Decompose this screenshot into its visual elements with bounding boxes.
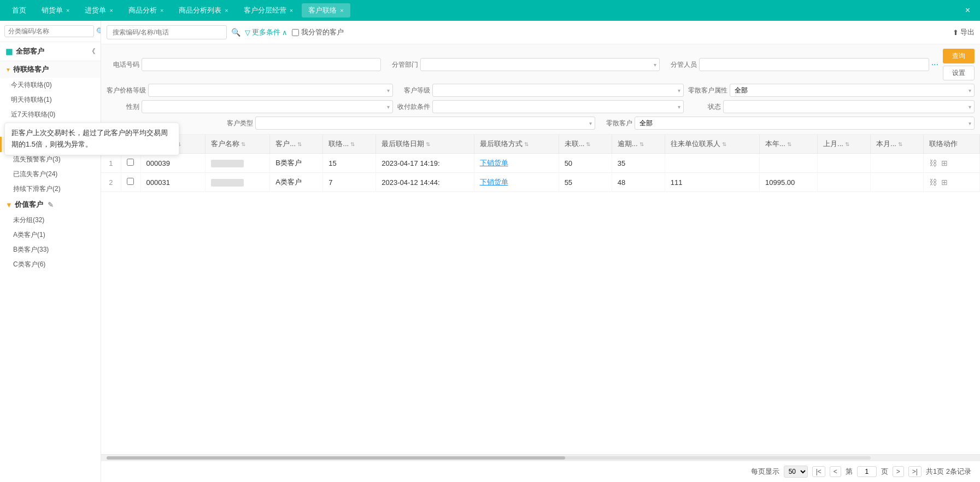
filter-dept-select[interactable]: [420, 58, 660, 71]
sidebar-item-declining[interactable]: 持续下滑客户(2): [0, 182, 101, 196]
filter-field-gender: 性别 ▾: [107, 100, 393, 113]
nav-customer-segmentation[interactable]: 客户分层经营 ×: [237, 3, 300, 18]
row-select-checkbox-1[interactable]: [127, 159, 134, 166]
filter-gender-select[interactable]: [142, 100, 393, 113]
row-action-2: ⛓ ⊞: [924, 173, 980, 192]
row-select-checkbox-2[interactable]: [127, 178, 134, 185]
horizontal-scrollbar[interactable]: [101, 454, 980, 461]
sidebar-item-today[interactable]: 今天待联络(0): [0, 78, 101, 92]
adv-filter-row-3: 性别 ▾ 收付款条件 ▾ 状态: [107, 100, 975, 113]
nav-product-analysis-list[interactable]: 商品分析列表 ×: [172, 3, 234, 18]
query-btn[interactable]: 查询: [943, 49, 975, 63]
th-contact[interactable]: 联络... ⇅: [323, 135, 376, 154]
sidebar-item-class-c[interactable]: C类客户(6): [0, 257, 101, 272]
th-this-year[interactable]: 本年... ⇅: [760, 135, 818, 154]
filter-field-retail-attr: 零散客户属性 全部 ▾: [688, 84, 975, 97]
nav-close-product-analysis-list[interactable]: ×: [225, 7, 228, 14]
filter-retail-attr-select[interactable]: 全部: [730, 84, 975, 97]
sidebar-item-tomorrow[interactable]: 明天待联络(1): [0, 92, 101, 107]
row-last-contact-method-1: 下销货单: [474, 154, 559, 173]
more-conditions-btn[interactable]: ▽ 更多条件 ∧: [245, 27, 287, 37]
next-page-btn[interactable]: >: [893, 466, 904, 477]
main-search-icon[interactable]: 🔍: [231, 28, 240, 37]
action-icon-link-1[interactable]: ⛓: [929, 159, 937, 167]
my-customers-checkbox[interactable]: [292, 29, 299, 36]
scrollbar-thumb[interactable]: [107, 456, 565, 460]
filter-person-input[interactable]: [699, 58, 929, 71]
last-page-btn[interactable]: >|: [908, 466, 922, 477]
page-number-input[interactable]: [857, 466, 877, 477]
sidebar-search-area: 🔍: [0, 21, 101, 42]
th-last-month[interactable]: 上月... ⇅: [818, 135, 871, 154]
sidebar-item-7days[interactable]: 近7天待联络(0): [0, 107, 101, 122]
filter-status-select-wrap: ▾: [723, 100, 975, 113]
tooltip: 距客户上次交易时长，超过了此客户的平均交易周期的1.5倍，则视为异常。: [101, 123, 179, 155]
action-icon-grid-1[interactable]: ⊞: [941, 159, 948, 167]
filter-field-person: 分管人员 ···: [664, 58, 938, 71]
sidebar-collapse-btn[interactable]: 《: [89, 47, 95, 56]
filter-customer-type-select[interactable]: [255, 117, 595, 130]
first-page-btn[interactable]: |<: [812, 466, 825, 477]
sidebar-search-icon[interactable]: 🔍: [96, 27, 101, 36]
nav-close-all[interactable]: ×: [961, 3, 975, 18]
row-checkbox-1: [121, 154, 140, 173]
sidebar-item-lost-customers[interactable]: 已流失客户(24): [0, 167, 101, 182]
th-customer-name[interactable]: 客户名称 ⇅: [205, 135, 269, 154]
th-last-contact-method[interactable]: 最后联络方式 ⇅: [474, 135, 559, 154]
sidebar-item-class-a[interactable]: A类客户(1): [0, 228, 101, 242]
action-icon-link-2[interactable]: ⛓: [929, 178, 937, 187]
th-no-contact[interactable]: 未联... ⇅: [559, 135, 612, 154]
my-customers-checkbox-label[interactable]: 我分管的客户: [292, 27, 344, 37]
nav-sales-order[interactable]: 销货单 ×: [35, 3, 76, 18]
nav-purchase-order[interactable]: 进货单 ×: [78, 3, 119, 18]
nav-customer-contact[interactable]: 客户联络 ×: [302, 3, 350, 18]
customers-table: ⚙ 客户编码 ⇅ 客户名称: [101, 135, 980, 192]
sidebar-item-class-b[interactable]: B类客户(33): [0, 242, 101, 257]
page-suffix: 页: [881, 467, 888, 477]
filter-field-customer-level: 客户等级 ▾: [397, 84, 684, 97]
filter-phone-input[interactable]: [142, 58, 381, 71]
table-row: 1 000039 B类客户 15 2023-04-17 14:19: 下销货单 …: [101, 154, 980, 173]
prev-page-btn[interactable]: <: [830, 466, 841, 477]
contact-method-link-1[interactable]: 下销货单: [480, 159, 508, 167]
action-icon-grid-2[interactable]: ⊞: [941, 178, 948, 187]
filter-status-select[interactable]: [723, 100, 975, 113]
content-area: 🔍 ▽ 更多条件 ∧ 我分管的客户 ⬆ 导出 电话号码: [101, 21, 980, 482]
contact-method-link-2[interactable]: 下销货单: [480, 178, 508, 186]
action-icons-1: ⛓ ⊞: [929, 159, 974, 167]
nav-product-analysis[interactable]: 商品分析 ×: [122, 3, 170, 18]
filter-payment-select[interactable]: [432, 100, 684, 113]
edit-icon[interactable]: ✎: [48, 201, 54, 209]
settings-btn[interactable]: 设置: [943, 66, 975, 80]
sidebar-item-ungroup[interactable]: 未分组(32): [0, 213, 101, 228]
sort-icon-name: ⇅: [241, 141, 245, 147]
sort-icon-overdue: ⇅: [639, 141, 644, 147]
nav-close-purchase-order[interactable]: ×: [109, 7, 113, 14]
sidebar-pending-group-title[interactable]: ▼ 待联络客户: [0, 61, 101, 78]
th-category[interactable]: 客户... ⇅: [270, 135, 323, 154]
th-overdue[interactable]: 逾期... ⇅: [612, 135, 665, 154]
th-last-contact-date[interactable]: 最后联络日期 ⇅: [376, 135, 474, 154]
scrollbar-track[interactable]: [107, 456, 871, 460]
per-page-select[interactable]: 50: [784, 466, 808, 478]
main-search-input[interactable]: [107, 25, 227, 39]
th-this-month[interactable]: 本月... ⇅: [871, 135, 924, 154]
more-dots-person[interactable]: ···: [931, 60, 938, 69]
sidebar-search-input[interactable]: [4, 25, 94, 37]
table-container: ⚙ 客户编码 ⇅ 客户名称: [101, 135, 980, 454]
filter-price-level-select[interactable]: [148, 84, 393, 97]
nav-close-product-analysis[interactable]: ×: [160, 7, 163, 14]
sidebar-value-group-title[interactable]: ▼ 价值客户 ✎: [0, 196, 101, 213]
th-contacts[interactable]: 往来单位联系人 ⇅: [665, 135, 759, 154]
filter-retail-customer-select[interactable]: 全部: [635, 117, 975, 130]
nav-close-customer-segmentation[interactable]: ×: [290, 7, 293, 14]
export-btn[interactable]: ⬆ 导出: [953, 27, 975, 37]
row-idx-1: 1: [101, 154, 121, 173]
nav-close-customer-contact[interactable]: ×: [340, 7, 343, 14]
filter-customer-level-select[interactable]: [432, 84, 684, 97]
nav-close-sales-order[interactable]: ×: [66, 7, 69, 14]
table-row: 2 000031 A类客户 7 2023-04-12 14:44: 下销货单 5…: [101, 173, 980, 192]
sort-icon-contacts: ⇅: [722, 141, 726, 147]
nav-home[interactable]: 首页: [5, 3, 33, 18]
grid-icon: ▦: [5, 47, 13, 56]
